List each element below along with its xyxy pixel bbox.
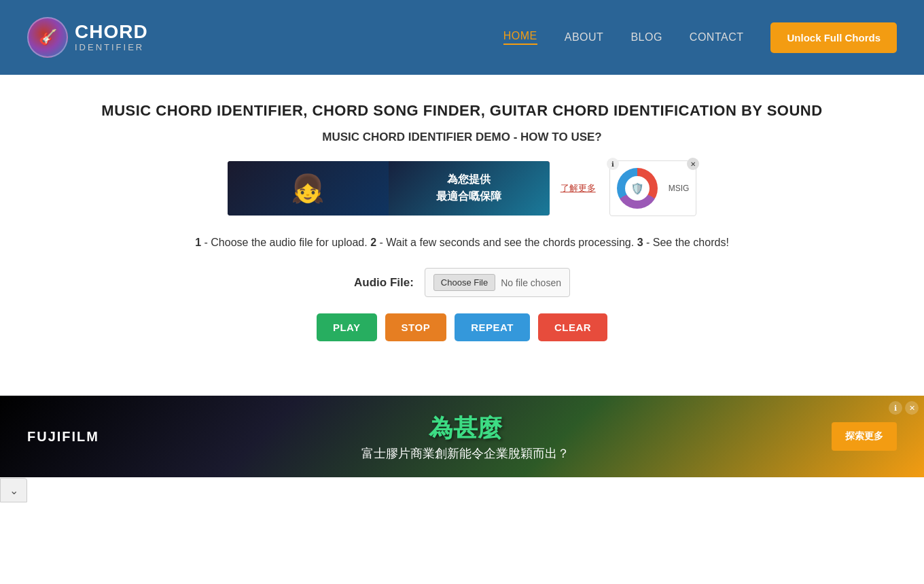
ad-close-button[interactable]: ✕ [687,158,699,170]
stop-button[interactable]: STOP [385,313,447,341]
page-title: MUSIC CHORD IDENTIFIER, CHORD SONG FINDE… [68,102,856,120]
nav-blog[interactable]: BLOG [630,31,662,44]
buttons-row: PLAY STOP REPEAT CLEAR [68,313,856,341]
bottom-ad-content: FUJIFILM 為甚麼 富士膠片商業創新能令企業脫穎而出？ 探索更多 [0,396,924,477]
nav-home[interactable]: HOME [503,30,537,45]
nav-contact[interactable]: CONTACT [690,31,744,44]
logo-text: CHORD IDENTIFIER [75,22,148,52]
repeat-button[interactable]: REPEAT [455,313,530,341]
explore-button[interactable]: 探索更多 [832,422,897,451]
file-label: Audio File: [354,276,414,290]
header: 🎸 CHORD IDENTIFIER HOME ABOUT BLOG CONTA… [0,0,924,75]
ad-anime-content: 👧 為您提供 最適合嘅保障 [228,161,550,216]
no-file-text: No file chosen [501,277,561,288]
nav: HOME ABOUT BLOG CONTACT Unlock Full Chor… [503,22,897,53]
logo-chord: CHORD [75,22,148,43]
logo[interactable]: 🎸 CHORD IDENTIFIER [27,17,148,58]
step1-num: 1 [195,237,201,248]
ad-side-circle: 🛡️ [617,168,658,209]
clear-button[interactable]: CLEAR [538,313,607,341]
main-content: MUSIC CHORD IDENTIFIER, CHORD SONG FINDE… [54,75,870,396]
step2-num: 2 [370,237,376,248]
step1-text: - Choose the audio file for upload. [201,237,368,248]
ad-banner: 👧 為您提供 最適合嘅保障 [228,161,550,216]
instructions: 1 - Choose the audio file for upload. 2 … [68,237,856,249]
ad-area: 👧 為您提供 最適合嘅保障 了解更多 ✕ ℹ 🛡️ MS [68,160,856,216]
file-upload-row: Audio File: Choose File No file chosen [68,268,856,297]
play-button[interactable]: PLAY [317,313,377,341]
page-subtitle: MUSIC CHORD IDENTIFIER DEMO - HOW TO USE… [68,131,856,144]
bottom-ad-bar: FUJIFILM 為甚麼 富士膠片商業創新能令企業脫穎而出？ 探索更多 ℹ ✕ [0,396,924,477]
ad-cn-line2: 最適合嘅保障 [436,190,501,204]
bottom-ad-close-button[interactable]: ✕ [905,401,919,415]
bottom-ad-cn-text: 為甚麼 [429,412,502,445]
unlock-button[interactable]: Unlock Full Chords [770,22,897,53]
ad-info-button[interactable]: ℹ [607,158,619,170]
logo-identifier: IDENTIFIER [75,43,148,52]
ad-learn-more-link[interactable]: 了解更多 [561,182,596,194]
logo-icon: 🎸 [27,17,68,58]
step3-text: - See the chords! [643,237,729,248]
bottom-ad-sub-text: 富士膠片商業創新能令企業脫穎而出？ [361,445,569,462]
nav-about[interactable]: ABOUT [565,31,604,44]
ad-msig-label: MSIG [669,184,690,193]
step2-text: - Wait a few seconds and see the chords … [376,237,634,248]
choose-file-button[interactable]: Choose File [433,274,495,291]
step3-num: 3 [637,237,643,248]
fujifilm-text: FUJIFILM [27,429,99,444]
bottom-ad-info-button[interactable]: ℹ [889,401,902,415]
fujifilm-logo: FUJIFILM [27,429,99,445]
ad-cn-line1: 為您提供 [447,173,491,187]
file-input-wrapper[interactable]: Choose File No file chosen [425,268,570,297]
